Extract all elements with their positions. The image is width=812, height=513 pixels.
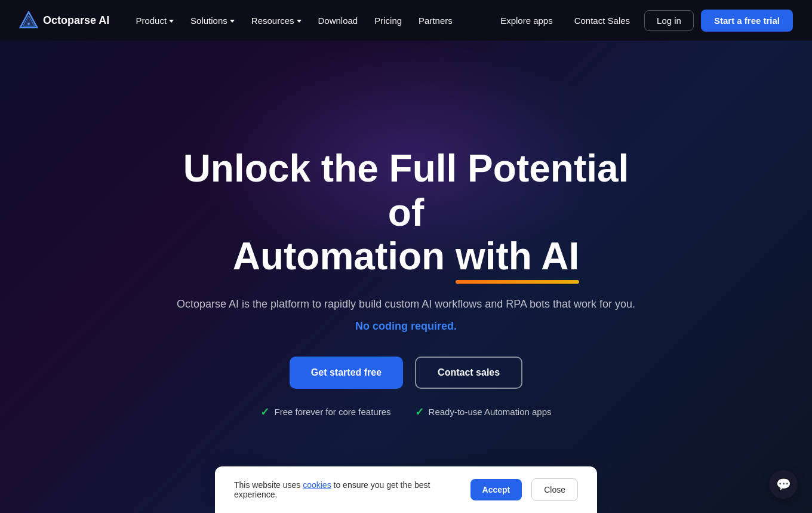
logo[interactable]: Octoparse AI — [19, 11, 109, 30]
logo-icon — [19, 11, 38, 30]
close-cookie-button[interactable]: Close — [531, 478, 578, 501]
nav-item-download[interactable]: Download — [311, 11, 365, 30]
check-icon-2: ✓ — [415, 406, 424, 419]
logo-text: Octoparse AI — [43, 14, 109, 27]
login-button[interactable]: Log in — [644, 10, 694, 31]
feature-item-2: ✓ Ready-to-use Automation apps — [415, 406, 552, 419]
chevron-down-icon — [230, 20, 235, 23]
check-icon-1: ✓ — [260, 406, 269, 419]
nav-links: Product Solutions Resources Download Pri… — [128, 11, 459, 30]
hero-bold: No coding required. — [173, 320, 639, 333]
cookie-text: This website uses cookies to ensure you … — [234, 480, 461, 499]
navbar: Octoparse AI Product Solutions Resources… — [0, 0, 812, 41]
accept-cookie-button[interactable]: Accept — [470, 479, 522, 500]
feature-item-1: ✓ Free forever for core features — [260, 406, 390, 419]
hero-features: ✓ Free forever for core features ✓ Ready… — [173, 406, 639, 419]
svg-point-2 — [27, 23, 30, 25]
nav-left: Octoparse AI Product Solutions Resources… — [19, 11, 460, 30]
hero-section: Unlock the Full Potential of Automation … — [0, 0, 812, 513]
hero-title: Unlock the Full Potential of Automation … — [173, 147, 639, 279]
hero-subtitle: Octoparse AI is the platform to rapidly … — [173, 296, 639, 313]
cookie-banner: This website uses cookies to ensure you … — [215, 466, 597, 513]
chevron-down-icon — [169, 20, 174, 23]
start-trial-button[interactable]: Start a free trial — [701, 10, 793, 32]
chevron-down-icon — [297, 20, 302, 23]
nav-item-product[interactable]: Product — [128, 11, 181, 30]
hero-buttons: Get started free Contact sales — [173, 357, 639, 389]
hero-content: Unlock the Full Potential of Automation … — [161, 111, 651, 443]
nav-item-solutions[interactable]: Solutions — [183, 11, 242, 30]
get-started-button[interactable]: Get started free — [290, 357, 403, 389]
chat-icon: 💬 — [776, 477, 791, 492]
nav-item-pricing[interactable]: Pricing — [367, 11, 409, 30]
nav-right: Explore apps Contact Sales Log in Start … — [493, 10, 793, 32]
cookies-link[interactable]: cookies — [303, 480, 331, 490]
contact-sales-button[interactable]: Contact sales — [415, 357, 522, 389]
nav-item-resources[interactable]: Resources — [244, 11, 309, 30]
chat-button[interactable]: 💬 — [769, 470, 798, 499]
contact-sales-link[interactable]: Contact Sales — [567, 11, 637, 30]
hero-title-highlight: with AI — [456, 235, 579, 279]
nav-item-partners[interactable]: Partners — [411, 11, 460, 30]
explore-apps-link[interactable]: Explore apps — [493, 11, 560, 30]
